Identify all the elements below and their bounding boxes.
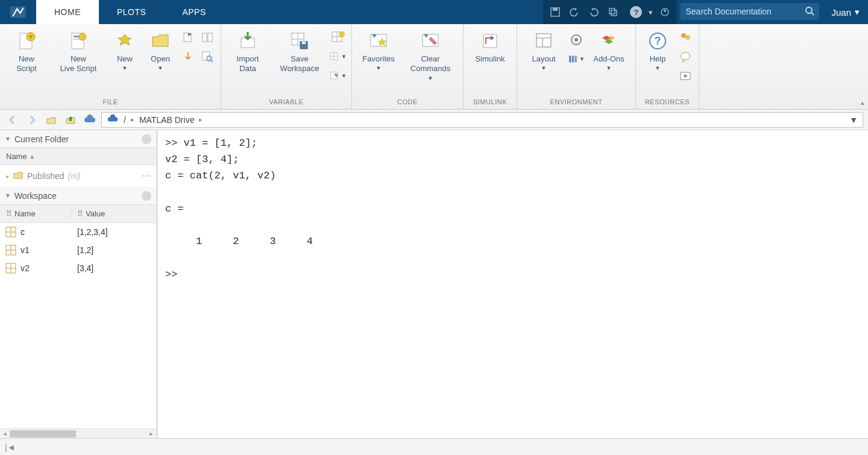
collapse-panel-icon[interactable]: ▼ — [5, 136, 11, 142]
learn-matlab-icon[interactable] — [677, 67, 694, 84]
path-drive[interactable]: MATLAB Drive — [139, 115, 195, 125]
layout-button[interactable]: Layout ▼ — [522, 28, 565, 74]
ws-value-column[interactable]: ⠿Value — [71, 209, 156, 218]
open-button[interactable]: Open ▼ — [143, 28, 177, 74]
current-folder-title-bar[interactable]: ▼ Current Folder — [0, 130, 156, 148]
new-live-script-label: New Live Script — [60, 54, 97, 74]
copy-icon[interactable] — [603, 3, 623, 21]
addons-button[interactable]: Add-Ons ▼ — [587, 28, 631, 74]
svg-point-15 — [79, 33, 86, 40]
save-icon[interactable] — [546, 3, 565, 21]
ribbon-toolstrip: + New Script New Live Script New ▼ Open … — [0, 24, 868, 110]
panel-menu-icon[interactable] — [142, 191, 151, 201]
down-arrow-icon[interactable] — [180, 48, 197, 65]
variable-name: c — [17, 227, 71, 237]
panel-menu-icon[interactable] — [142, 134, 151, 144]
svg-point-49 — [681, 33, 686, 38]
tab-home-label: HOME — [54, 7, 81, 17]
command-window[interactable]: >> v1 = [1, 2]; v2 = [3, 4]; c = cat(2, … — [158, 130, 868, 438]
scrollbar-thumb[interactable] — [10, 430, 76, 438]
tab-plots[interactable]: PLOTS — [99, 0, 164, 24]
path-dropdown-icon[interactable]: ▼ — [849, 115, 858, 125]
help-dropdown-icon[interactable]: ▾ — [646, 3, 655, 21]
search-files-icon[interactable] — [199, 48, 216, 65]
variable-icon — [5, 226, 17, 238]
goto-start-icon[interactable]: |◄ — [5, 442, 16, 452]
group-label-resources: RESOURCES — [641, 96, 694, 108]
variable-value: [3,4] — [71, 263, 156, 273]
svg-point-51 — [681, 52, 690, 60]
collapse-ribbon-icon[interactable]: ▴ — [861, 99, 864, 107]
help-icon[interactable]: ? — [626, 3, 646, 21]
redo-icon[interactable] — [584, 3, 603, 21]
nav-forward-icon[interactable] — [24, 112, 40, 128]
up-folder-icon[interactable] — [43, 112, 59, 128]
user-menu[interactable]: Juan ▾ — [823, 0, 868, 24]
current-folder-header[interactable]: Name ▲ — [0, 148, 156, 165]
workspace-title-bar[interactable]: ▼ Workspace — [0, 187, 156, 205]
chevron-down-icon: ▾ — [855, 7, 860, 17]
menu-bar: HOME PLOTS APPS ? ▾ Juan ▾ — [0, 0, 868, 24]
search-input[interactable] — [685, 7, 805, 16]
new-script-label: New Script — [16, 54, 36, 74]
ws-name-column[interactable]: ⠿Name — [0, 209, 71, 218]
nav-back-icon[interactable] — [5, 112, 20, 128]
address-bar: / ▸ MATLAB Drive ▸ ▼ — [0, 110, 868, 130]
search-icon[interactable] — [805, 6, 814, 17]
path-breadcrumb[interactable]: / ▸ MATLAB Drive ▸ ▼ — [101, 112, 863, 128]
horizontal-scrollbar[interactable]: ◄ ► — [0, 428, 156, 438]
simulink-label: Simulink — [475, 54, 505, 64]
new-label: New — [117, 54, 133, 64]
workspace-table: ⠿Name ⠿Value c[1,2,3,4]v1[1,2]v2[3,4] — [0, 205, 156, 428]
clear-commands-icon — [420, 30, 441, 52]
browse-folder-icon[interactable] — [63, 112, 78, 128]
help-button[interactable]: ? Help ▼ — [641, 28, 675, 74]
published-folder-name: Published — [27, 171, 64, 181]
search-documentation[interactable] — [681, 3, 819, 20]
ribbon-group-variable: Import Data Save Workspace ▼ ▼ VARIABLE — [221, 24, 352, 109]
current-folder-row[interactable]: ▸ Published (m) ⋯ — [0, 165, 156, 187]
more-icon[interactable]: ⋯ — [142, 171, 150, 181]
svg-point-6 — [664, 10, 666, 12]
import-data-button[interactable]: Import Data — [226, 28, 269, 77]
set-path-icon[interactable]: ▼ — [568, 51, 585, 67]
compare-icon[interactable] — [199, 29, 216, 46]
favorites-button[interactable]: Favorites ▼ — [357, 28, 400, 74]
svg-point-31 — [339, 31, 345, 37]
request-support-icon[interactable] — [677, 48, 694, 65]
new-button[interactable]: New ▼ — [108, 28, 141, 74]
svg-point-50 — [685, 35, 690, 40]
new-variable-icon[interactable] — [330, 29, 347, 46]
open-folder-icon — [149, 30, 171, 52]
workspace-row[interactable]: v2[3,4] — [0, 259, 156, 277]
svg-text:?: ? — [655, 35, 661, 47]
clear-commands-button[interactable]: Clear Commands ▼ — [403, 28, 458, 84]
scroll-right-icon[interactable]: ► — [146, 429, 156, 439]
chevron-down-icon: ▼ — [376, 65, 382, 71]
tab-apps[interactable]: APPS — [164, 0, 224, 24]
preferences-icon[interactable] — [568, 31, 585, 48]
cloud-drive-icon[interactable] — [82, 112, 98, 128]
variable-name: v1 — [17, 245, 71, 255]
clear-workspace-icon[interactable]: ▼ — [330, 67, 347, 84]
expand-icon[interactable]: ▸ — [6, 173, 9, 180]
community-icon[interactable] — [677, 29, 694, 46]
save-workspace-button[interactable]: Save Workspace — [272, 28, 327, 77]
group-label-environment: ENVIRONMENT — [522, 96, 631, 108]
group-label-file: FILE — [5, 96, 216, 108]
simulink-button[interactable]: Simulink — [468, 28, 512, 66]
collapse-panel-icon[interactable]: ▼ — [5, 192, 11, 199]
scroll-left-icon[interactable]: ◄ — [0, 429, 10, 439]
open-variable-icon[interactable]: ▼ — [330, 48, 347, 65]
find-files-icon[interactable] — [180, 29, 197, 46]
login-icon[interactable] — [655, 3, 675, 21]
workspace-row[interactable]: v1[1,2] — [0, 241, 156, 259]
new-script-button[interactable]: + New Script — [5, 28, 48, 77]
tab-home[interactable]: HOME — [36, 0, 99, 24]
published-folder-ext: (m) — [68, 171, 81, 181]
new-live-script-button[interactable]: New Live Script — [51, 28, 106, 77]
svg-rect-46 — [575, 56, 577, 63]
undo-icon[interactable] — [565, 3, 584, 21]
user-name: Juan — [831, 7, 851, 17]
workspace-row[interactable]: c[1,2,3,4] — [0, 223, 156, 241]
